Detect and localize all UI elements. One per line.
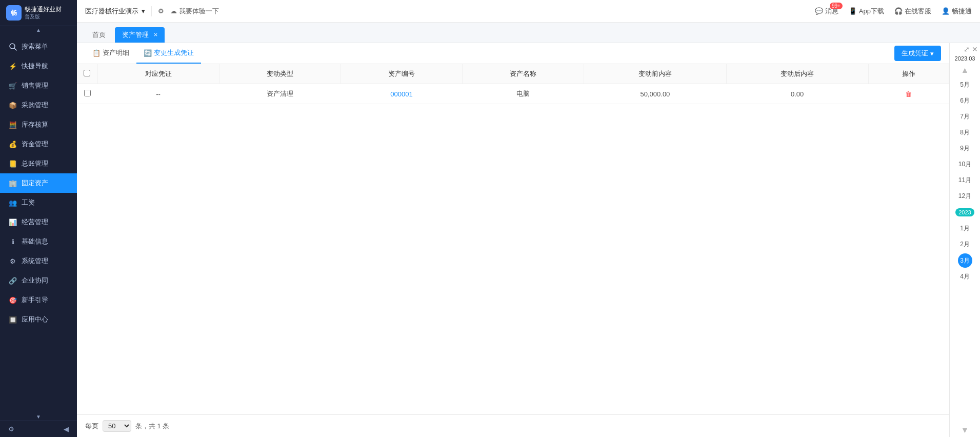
sidebar-item-label: 经营管理: [22, 217, 48, 227]
month-item-1[interactable]: 1月: [950, 221, 980, 236]
sidebar-item-quick-nav[interactable]: ⚡ 快捷导航: [0, 56, 77, 76]
month-item-11[interactable]: 11月: [950, 172, 980, 188]
month-item-12[interactable]: 12月: [950, 188, 980, 204]
gear-icon: ⚙: [8, 256, 17, 266]
people-icon: 👥: [8, 198, 17, 207]
sidebar-item-app-center[interactable]: 🔲 应用中心: [0, 310, 77, 329]
year-2023-label[interactable]: 2023: [955, 208, 974, 216]
sidebar-item-search[interactable]: 搜索菜单: [0, 37, 77, 56]
sub-tabs-right: 生成凭证 ▾: [894, 46, 941, 61]
message-button[interactable]: 💬 消息 99+: [815, 7, 838, 16]
sidebar-item-basic-info[interactable]: ℹ 基础信息: [0, 232, 77, 251]
col-after: 变动后内容: [726, 64, 868, 84]
app-download-button[interactable]: 📱 App下载: [849, 7, 884, 16]
sidebar-scroll-up[interactable]: ▲: [0, 26, 77, 34]
sub-tabs: 📋 资产明细 🔄 变更生成凭证 生成凭证 ▾: [77, 43, 949, 64]
expand-panel-icon[interactable]: ⤢: [964, 45, 970, 53]
month-item-8[interactable]: 8月: [950, 125, 980, 141]
sidebar-item-guide[interactable]: 🎯 新手引导: [0, 290, 77, 310]
sidebar-item-fixed-assets[interactable]: 🏢 固定资产: [0, 173, 77, 193]
company-selector[interactable]: 医疗器械行业演示 ▾: [85, 7, 145, 16]
sidebar-item-label: 资金管理: [22, 140, 48, 149]
generate-voucher-button[interactable]: 生成凭证 ▾: [894, 46, 941, 61]
tab-home[interactable]: 首页: [85, 27, 113, 43]
settings-footer-icon[interactable]: ⚙: [8, 425, 14, 433]
sidebar-item-label: 系统管理: [22, 256, 48, 266]
sidebar-item-label: 新手引导: [22, 295, 48, 305]
change-voucher-icon: 🔄: [144, 49, 152, 57]
lightning-icon: ⚡: [8, 62, 17, 71]
table-row: -- 资产清理 000001 电脑 50,000.00 0.00 🗑: [77, 84, 949, 104]
sidebar-item-business[interactable]: 📊 经营管理: [0, 212, 77, 232]
data-table: 对应凭证 变动类型 资产编号 资产名称 变动前内容 变动后内容 操作: [77, 64, 949, 414]
customer-service-button[interactable]: 🎧 在线客服: [894, 7, 931, 16]
building-icon: 🏢: [8, 178, 17, 188]
row-asset-name: 电脑: [463, 84, 584, 104]
sidebar-item-label: 搜索菜单: [22, 42, 48, 51]
month-list: 5月 6月 7月 8月 9月 10月 11月 12月 2023 1月 2月 3月…: [950, 77, 980, 424]
sidebar: 畅 畅捷通好业财 普及版 ▲ 搜索菜单 ⚡ 快捷导航 🛒 销售管理 📦 采购管理: [0, 0, 77, 437]
tab-asset-management[interactable]: 资产管理 ×: [115, 27, 165, 43]
row-asset-no[interactable]: 000001: [341, 84, 462, 104]
sub-tab-label: 资产明细: [103, 48, 129, 57]
generate-btn-label: 生成凭证: [902, 49, 928, 58]
per-page-select[interactable]: 10 20 50 100: [103, 420, 131, 432]
topbar-right: 💬 消息 99+ 📱 App下载 🎧 在线客服 👤 畅捷通: [815, 7, 972, 16]
info-icon: ℹ: [8, 237, 17, 246]
user-menu[interactable]: 👤 畅捷通: [942, 7, 972, 16]
col-before: 变动前内容: [584, 64, 726, 84]
sidebar-item-enterprise[interactable]: 🔗 企业协同: [0, 271, 77, 290]
tab-close-icon[interactable]: ×: [154, 31, 158, 38]
month-item-3-active[interactable]: 3月: [958, 253, 972, 268]
sidebar-item-label: 固定资产: [22, 178, 48, 188]
collapse-sidebar-icon[interactable]: ◀: [64, 425, 69, 433]
sidebar-item-purchase[interactable]: 📦 采购管理: [0, 95, 77, 115]
month-item-6[interactable]: 6月: [950, 93, 980, 109]
company-dropdown-icon: ▾: [142, 7, 145, 15]
topbar-settings-icon[interactable]: ⚙: [158, 7, 164, 15]
month-item-2[interactable]: 2月: [950, 236, 980, 252]
select-all-checkbox[interactable]: [84, 70, 90, 76]
topbar-divider: [151, 6, 152, 16]
month-item-5[interactable]: 5月: [950, 77, 980, 93]
apps-icon: 🔲: [8, 315, 17, 324]
app-download-icon: 📱: [849, 7, 857, 15]
book-icon: 📒: [8, 159, 17, 168]
app-logo-icon: 畅: [6, 5, 22, 21]
delete-row-icon[interactable]: 🗑: [905, 90, 912, 98]
panel-nav-up[interactable]: ▲: [959, 64, 971, 77]
app-download-label: App下载: [859, 7, 884, 16]
message-icon: 💬: [815, 7, 823, 15]
asset-change-table: 对应凭证 变动类型 资产编号 资产名称 变动前内容 变动后内容 操作: [77, 64, 949, 104]
guide-icon: 🎯: [8, 295, 17, 305]
month-item-7[interactable]: 7月: [950, 109, 980, 125]
panel-nav-down[interactable]: ▼: [959, 424, 971, 437]
message-badge: 99+: [830, 3, 843, 9]
sidebar-item-payroll[interactable]: 👥 工资: [0, 193, 77, 212]
user-avatar-icon: 👤: [942, 7, 950, 15]
sidebar-item-inventory[interactable]: 🧮 库存核算: [0, 115, 77, 134]
close-panel-icon[interactable]: ✕: [972, 45, 978, 53]
panel-header: ⤢ ✕: [950, 43, 980, 53]
sub-tab-change-voucher[interactable]: 🔄 变更生成凭证: [136, 43, 201, 64]
row-after-value: 0.00: [726, 84, 868, 104]
customer-service-label: 在线客服: [905, 7, 931, 16]
month-item-9[interactable]: 9月: [950, 141, 980, 156]
total-count: 条，共 1 条: [135, 422, 169, 431]
month-item-10[interactable]: 10月: [950, 156, 980, 172]
sidebar-item-ledger[interactable]: 📒 总账管理: [0, 154, 77, 173]
sidebar-item-funds[interactable]: 💰 资金管理: [0, 134, 77, 154]
wallet-icon: 💰: [8, 140, 17, 149]
sidebar-item-sales[interactable]: 🛒 销售管理: [0, 76, 77, 95]
sidebar-item-system[interactable]: ⚙ 系统管理: [0, 251, 77, 271]
right-panel: ⤢ ✕ 2023.03 ▲ 5月 6月 7月 8月 9月 10月 11月 12月…: [949, 43, 980, 437]
topbar-experience[interactable]: ☁ 我要体验一下: [170, 7, 219, 16]
table-header-row: 对应凭证 变动类型 资产编号 资产名称 变动前内容 变动后内容 操作: [77, 64, 949, 84]
month-item-4[interactable]: 4月: [950, 269, 980, 285]
user-label: 畅捷通: [952, 7, 972, 16]
row-checkbox[interactable]: [84, 90, 91, 96]
sub-tab-asset-detail[interactable]: 📋 资产明细: [85, 43, 136, 64]
sidebar-scroll-down[interactable]: ▼: [0, 413, 77, 421]
per-page-label: 每页: [85, 422, 98, 431]
chart-icon: 📊: [8, 217, 17, 227]
